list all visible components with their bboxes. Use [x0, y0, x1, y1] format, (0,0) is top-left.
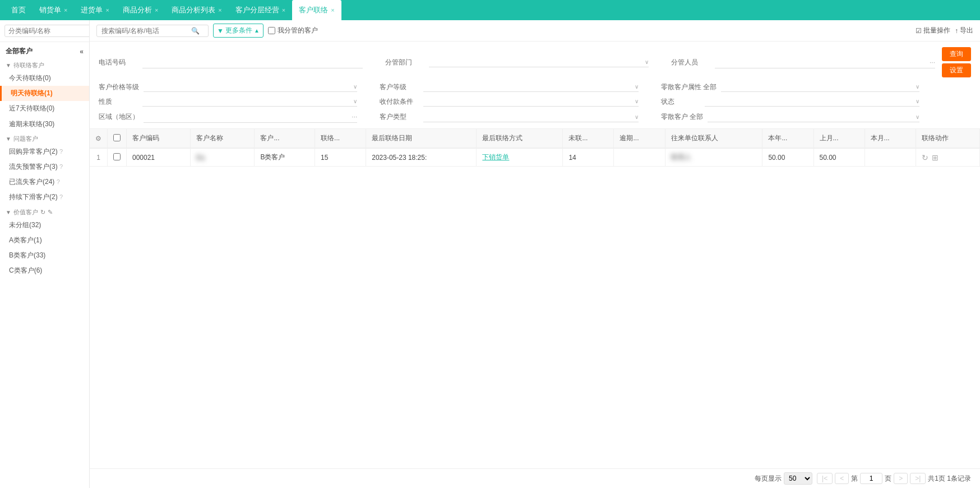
nav-product-analysis-list[interactable]: 商品分析列表 ×	[165, 0, 228, 20]
close-customer-stratify[interactable]: ×	[282, 7, 285, 13]
nav-home[interactable]: 首页	[4, 0, 33, 20]
col-this-month[interactable]: 本月...	[865, 129, 916, 148]
group-pending-contact[interactable]: ▼ 待联络客户	[0, 58, 89, 71]
col-customer-name[interactable]: 客户名称	[191, 129, 255, 148]
export-label: 导出	[960, 26, 973, 35]
cell-company-contact: 联系人	[665, 148, 762, 167]
collapse-sidebar-icon[interactable]: «	[80, 48, 84, 56]
my-customers-label: 我分管的客户	[278, 26, 318, 35]
toolbar-right: ☑ 批量操作 ↑ 导出	[916, 26, 973, 35]
nav-purchase-order[interactable]: 进货单 ×	[74, 0, 115, 20]
last-contact-link[interactable]: 下销货单	[482, 153, 509, 161]
group-value-customers[interactable]: ▼ 价值客户 ↻ ✎	[0, 205, 89, 218]
col-last-contact-method[interactable]: 最后联络方式	[477, 129, 563, 148]
customers-table: ⚙ 客户编码 客户名称 客户... 联络...	[90, 129, 980, 167]
filter-retail-cust-select[interactable]: ∨	[708, 112, 919, 122]
filter-cust-type-select[interactable]: ∨	[423, 112, 638, 122]
filter-row-1: 电话号码 分管部门 ∨ 分管人员 ···	[99, 47, 971, 77]
batch-op-btn[interactable]: ☑ 批量操作	[916, 26, 950, 35]
filter-retail-attr-label: 零散客户属性 全部	[661, 82, 716, 92]
filter-person-select[interactable]: ···	[715, 57, 935, 68]
my-customers-input[interactable]	[268, 27, 275, 34]
row-checkbox-cell	[108, 148, 127, 167]
cell-this-year: 50.00	[762, 148, 813, 167]
col-customer-type[interactable]: 客户...	[255, 129, 315, 148]
col-this-year[interactable]: 本年...	[762, 129, 813, 148]
group-problem-customers[interactable]: ▼ 问题客户	[0, 132, 89, 144]
sidebar-churned[interactable]: 已流失客户(24) ?	[0, 174, 89, 190]
checkbox-icon: ☑	[916, 27, 922, 35]
filter-customer-level-select[interactable]: ∨	[423, 82, 638, 92]
sidebar-ungrouped[interactable]: 未分组(32)	[0, 218, 89, 233]
filter-region-select[interactable]: ···	[144, 111, 357, 123]
close-purchase-order[interactable]: ×	[105, 7, 109, 13]
filter-retail-attr-select[interactable]: ∨	[721, 82, 919, 92]
col-company-contact[interactable]: 往来单位联系人	[665, 129, 762, 148]
filter-phone-input[interactable]	[142, 57, 363, 68]
next-page-btn[interactable]: >	[894, 473, 908, 484]
sidebar-tomorrow-contact[interactable]: 明天待联络(1)	[0, 86, 89, 101]
last-page-btn[interactable]: >|	[910, 473, 926, 484]
contact-refresh-icon[interactable]: ↻	[922, 153, 928, 162]
sidebar-declining[interactable]: 持续下滑客户(2) ?	[0, 190, 89, 205]
col-select-all[interactable]	[108, 129, 127, 148]
filter-cell-retail-attr: 零散客户属性 全部 ∨	[661, 82, 919, 92]
sidebar-class-a[interactable]: A类客户(1)	[0, 233, 89, 248]
col-customer-code[interactable]: 客户编码	[127, 129, 191, 148]
sidebar-class-c[interactable]: C类客户(6)	[0, 263, 89, 278]
first-page-btn[interactable]: |<	[817, 473, 833, 484]
sidebar-today-contact[interactable]: 今天待联络(0)	[0, 71, 89, 86]
filter-cell-person: 分管人员 ···	[671, 57, 935, 68]
query-btn[interactable]: 查询	[942, 47, 971, 61]
close-customer-contact[interactable]: ×	[331, 7, 334, 13]
page-input[interactable]	[860, 473, 882, 484]
filter-cell-retail-cust: 零散客户 全部 ∨	[661, 112, 919, 122]
filter-nature-select[interactable]: ∨	[142, 96, 357, 107]
my-customers-checkbox[interactable]: 我分管的客户	[268, 26, 318, 35]
reset-btn[interactable]: 设置	[942, 63, 971, 77]
sidebar-class-b[interactable]: B类客户(33)	[0, 248, 89, 263]
sidebar-repurchase-abnormal[interactable]: 回购异常客户(2) ?	[0, 144, 89, 159]
toolbar-search-input[interactable]	[101, 27, 191, 35]
col-overdue[interactable]: 逾期...	[614, 129, 665, 148]
cell-this-month	[865, 148, 916, 167]
row-checkbox[interactable]	[113, 153, 121, 160]
nav-product-analysis[interactable]: 商品分析 ×	[116, 0, 165, 20]
col-contact-count[interactable]: 联络...	[315, 129, 366, 148]
col-last-month[interactable]: 上月...	[813, 129, 865, 148]
select-all-checkbox[interactable]	[113, 134, 121, 141]
close-product-analysis-list[interactable]: ×	[218, 7, 221, 13]
filter-payment-select[interactable]: ∨	[423, 96, 638, 107]
close-product-analysis[interactable]: ×	[155, 7, 158, 13]
col-contact-action: 联络动作	[916, 129, 979, 148]
nav-customer-stratify[interactable]: 客户分层经营 ×	[229, 0, 292, 20]
col-no-contact[interactable]: 未联...	[563, 129, 614, 148]
close-sales-order[interactable]: ×	[64, 7, 67, 13]
filter-price-level-select[interactable]: ∨	[144, 82, 357, 92]
person-dots-icon[interactable]: ···	[930, 58, 935, 66]
contact-grid-icon[interactable]: ⊞	[932, 153, 939, 162]
per-page-label: 每页显示	[755, 474, 782, 484]
customer-name-blurred: Ea	[196, 154, 205, 162]
col-last-contact-date[interactable]: 最后联络日期	[366, 129, 477, 148]
sidebar-search-input[interactable]	[4, 25, 90, 37]
edit-value-icon[interactable]: ✎	[48, 209, 53, 216]
filter-cell-customer-level: 客户等级 ∨	[380, 82, 638, 92]
prev-page-btn[interactable]: <	[835, 473, 849, 484]
filter-dept-select[interactable]: ∨	[429, 57, 649, 67]
col-settings[interactable]: ⚙	[90, 129, 108, 148]
refresh-value-icon[interactable]: ↻	[40, 209, 45, 216]
region-dots-icon[interactable]: ···	[352, 113, 357, 121]
filter-status-select[interactable]: ∨	[705, 96, 919, 107]
export-btn[interactable]: ↑ 导出	[955, 26, 973, 35]
toolbar-search-icon[interactable]: 🔍	[191, 27, 200, 35]
sidebar-week-contact[interactable]: 近7天待联络(0)	[0, 101, 89, 116]
nav-sales-order[interactable]: 销货单 ×	[33, 0, 74, 20]
filter-btn[interactable]: ▼ 更多条件 ▲	[213, 24, 264, 38]
per-page-select[interactable]: 50 100 200	[784, 472, 812, 485]
sidebar-churn-warning[interactable]: 流失预警客户(3) ?	[0, 159, 89, 174]
payment-chevron: ∨	[635, 98, 639, 104]
sidebar-overdue-contact[interactable]: 逾期未联络(30)	[0, 117, 89, 132]
nav-customer-contact[interactable]: 客户联络 ×	[292, 0, 341, 20]
filter-cell-region: 区域（地区） ···	[99, 111, 357, 123]
